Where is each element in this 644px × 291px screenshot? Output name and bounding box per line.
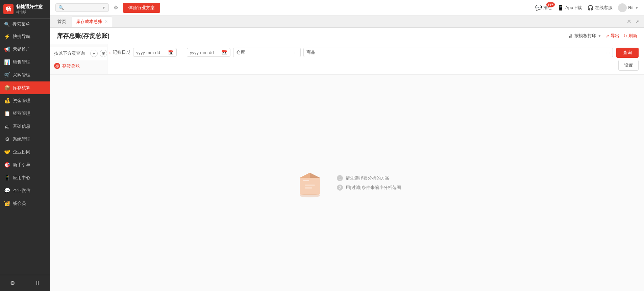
add-scheme-button[interactable]: + <box>90 50 98 57</box>
sidebar-nav: ⚡ 快捷导航 📢 营销推广 📊 销售管理 🛒 采购管理 📦 库存核算 💰 资金管… <box>0 30 50 275</box>
goods-more-icon[interactable]: ··· <box>606 50 610 55</box>
settings-icon[interactable]: ⚙ <box>8 278 17 288</box>
scheme-icon: 存 <box>54 63 60 69</box>
tab-inventory-cost-label: 库存成本总账 <box>76 19 102 25</box>
export-label: 导出 <box>611 33 619 39</box>
collapse-sidebar-icon[interactable]: ⏸ <box>33 278 42 288</box>
warehouse-more-icon[interactable]: ··· <box>294 50 298 55</box>
sidebar-item-label: 销售管理 <box>13 59 46 65</box>
sidebar-item-label: 快捷导航 <box>13 33 46 40</box>
scheme-item-inventory-ledger[interactable]: 存 存货总账 <box>50 60 107 72</box>
sidebar-item-label: 新手引导 <box>13 162 46 168</box>
top-header: 🔍 ▼ ⚙ 体验行业方案 💬 消息 99+ 📱 App下载 🎧 在线客服 Rit <box>50 0 644 16</box>
sidebar-item-newbie[interactable]: 🎯 新手引导 <box>0 159 50 171</box>
sidebar-item-operations[interactable]: 📋 经营管理 <box>0 107 50 120</box>
header-gear-button[interactable]: ⚙ <box>112 3 120 12</box>
sidebar-item-enterprise[interactable]: 🤝 企业协同 <box>0 146 50 159</box>
app-name: 畅捷通好生意 <box>16 4 43 10</box>
sidebar-item-label: 采购管理 <box>13 72 46 78</box>
sidebar-item-label: 资金管理 <box>13 98 46 104</box>
sidebar-item-enterprise-wechat[interactable]: 💬 企业微信 <box>0 184 50 197</box>
sidebar-bottom: ⚙ ⏸ <box>0 275 50 291</box>
svg-rect-0 <box>300 178 320 195</box>
filter-scheme-section: 按以下方案查询 + ⊞ ‹ 存 存货总账 记账日期 <box>50 44 644 75</box>
tip-text-2: 用[过滤]条件来缩小分析范围 <box>346 185 401 191</box>
printer-icon: 🖨 <box>569 33 573 39</box>
date-to-field[interactable] <box>190 50 220 55</box>
sidebar: 畅 畅捷通好生意 标准版 🔍 搜索菜单 ⚡ 快捷导航 📢 营销推广 📊 销售管理… <box>0 0 50 291</box>
panel-resize-icon[interactable]: ⤢ <box>634 18 641 25</box>
panel-close-icon[interactable]: ✕ <box>625 18 633 25</box>
print-button[interactable]: 🖨 按模板打印 ▼ <box>569 33 601 39</box>
warehouse-input[interactable]: 仓库 ··· <box>233 48 301 57</box>
finance-icon: 💰 <box>4 98 10 104</box>
message-button[interactable]: 💬 消息 99+ <box>535 4 552 11</box>
settings-button[interactable]: 设置 <box>618 60 639 71</box>
app-logo: 畅 畅捷通好生意 标准版 <box>0 0 50 19</box>
search-menu[interactable]: 🔍 搜索菜单 <box>0 19 50 30</box>
date-to-input[interactable]: 📅 <box>187 48 230 57</box>
app-version: 标准版 <box>16 10 43 14</box>
data-area: 1 请先选择要分析的方案 2 用[过滤]条件来缩小分析范围 <box>50 75 644 291</box>
vip-icon: 👑 <box>4 200 10 207</box>
empty-tips: 1 请先选择要分析的方案 2 用[过滤]条件来缩小分析范围 <box>337 175 401 191</box>
industry-solution-button[interactable]: 体验行业方案 <box>123 3 160 13</box>
tip-number-1: 1 <box>337 175 343 181</box>
filter-row: 按以下方案查询 + ⊞ ‹ <box>50 47 107 60</box>
sidebar-item-inventory[interactable]: 📦 库存核算 <box>0 81 50 94</box>
header-search-box[interactable]: 🔍 ▼ <box>55 3 109 12</box>
app-center-icon: 📱 <box>4 175 10 181</box>
svg-rect-5 <box>305 187 312 189</box>
sidebar-item-label: 基础信息 <box>13 123 46 129</box>
header-search-input[interactable] <box>66 5 100 10</box>
sidebar-item-label: 系统管理 <box>13 136 46 142</box>
empty-tip-1: 1 请先选择要分析的方案 <box>337 175 401 181</box>
tab-close-icon[interactable]: ✕ <box>104 20 108 24</box>
sidebar-item-purchase[interactable]: 🛒 采购管理 <box>0 69 50 81</box>
refresh-button[interactable]: ↻ 刷新 <box>623 33 637 39</box>
sidebar-item-quick-nav[interactable]: ⚡ 快捷导航 <box>0 30 50 43</box>
sidebar-item-label: 应用中心 <box>13 175 46 181</box>
calendar-to-icon[interactable]: 📅 <box>222 50 227 55</box>
sidebar-item-sales[interactable]: 📊 销售管理 <box>0 56 50 69</box>
message-badge: 99+ <box>546 2 555 7</box>
sidebar-item-marketing[interactable]: 📢 营销推广 <box>0 43 50 56</box>
system-icon: ⚙ <box>4 136 10 142</box>
phone-icon: 📱 <box>558 5 564 11</box>
empty-state: 1 请先选择要分析的方案 2 用[过滤]条件来缩小分析范围 <box>293 166 401 200</box>
export-icon: ↗ <box>605 33 609 39</box>
logo-icon: 畅 <box>3 4 14 14</box>
export-button[interactable]: ↗ 导出 <box>605 33 619 39</box>
purchase-icon: 🛒 <box>4 72 10 78</box>
svg-rect-4 <box>305 185 315 186</box>
scheme-sidebar: 按以下方案查询 + ⊞ ‹ 存 存货总账 <box>50 44 107 74</box>
tab-home[interactable]: 首页 <box>53 17 70 27</box>
query-button[interactable]: 查询 <box>616 48 639 58</box>
app-download-button[interactable]: 📱 App下载 <box>558 5 582 11</box>
search-icon: 🔍 <box>58 5 64 10</box>
sidebar-item-vip[interactable]: 👑 畅会员 <box>0 197 50 210</box>
user-menu[interactable]: Rit ▼ <box>618 3 639 12</box>
tab-inventory-cost[interactable]: 库存成本总账 ✕ <box>72 17 112 27</box>
filter-content: 记账日期 📅 — 📅 仓库 ··· <box>107 44 644 74</box>
calendar-from-icon[interactable]: 📅 <box>168 50 174 55</box>
sidebar-item-label: 畅会员 <box>13 200 46 207</box>
sidebar-item-finance[interactable]: 💰 资金管理 <box>0 94 50 107</box>
goods-input[interactable]: 商品 ··· <box>303 48 613 57</box>
collapse-icon[interactable]: ‹ <box>109 51 111 56</box>
date-from-input[interactable]: 📅 <box>133 48 177 57</box>
scheme-item-label: 存货总账 <box>62 63 80 69</box>
sidebar-item-app-center[interactable]: 📱 应用中心 <box>0 171 50 184</box>
sidebar-item-basic-info[interactable]: 🗂 基础信息 <box>0 120 50 133</box>
page-title: 库存总账(存货总账) <box>57 32 109 40</box>
tab-bar: 首页 库存成本总账 ✕ ✕ ⤢ <box>50 16 644 28</box>
online-service-button[interactable]: 🎧 在线客服 <box>587 5 613 11</box>
online-service-label: 在线客服 <box>595 5 613 11</box>
newbie-icon: 🎯 <box>4 162 10 168</box>
svg-rect-3 <box>303 180 309 181</box>
sidebar-item-system[interactable]: ⚙ 系统管理 <box>0 133 50 146</box>
manage-scheme-button[interactable]: ⊞ <box>100 50 107 57</box>
content-panel: 库存总账(存货总账) 🖨 按模板打印 ▼ ↗ 导出 ↻ 刷新 <box>50 28 644 291</box>
date-from-field[interactable] <box>136 50 167 55</box>
message-icon: 💬 <box>535 4 542 11</box>
